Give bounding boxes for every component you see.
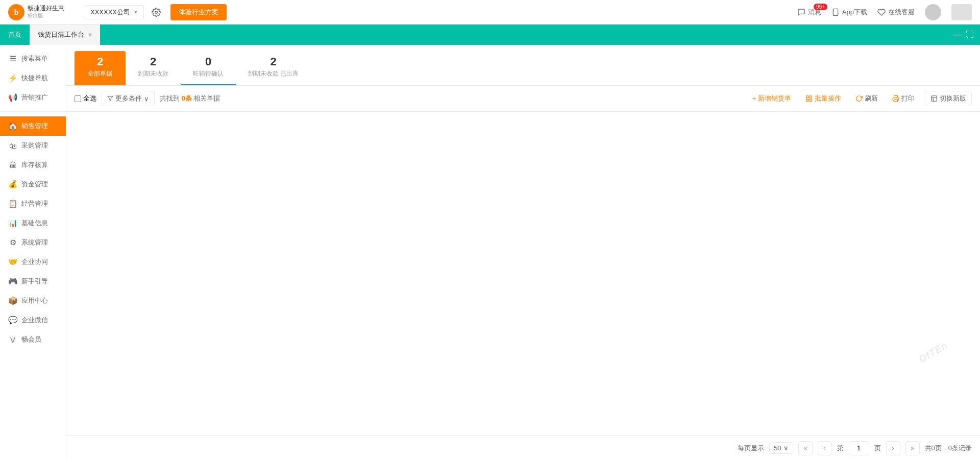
per-page-select[interactable]: 50 ∨ bbox=[769, 442, 793, 454]
message-button[interactable]: 消息 99+ bbox=[797, 8, 821, 17]
sidebar-operations-label: 经营管理 bbox=[21, 199, 48, 208]
sidebar-item-wechat[interactable]: 💬 企业微信 bbox=[0, 310, 66, 330]
operations-icon: 📋 bbox=[8, 199, 17, 208]
page-number-input[interactable] bbox=[849, 441, 869, 455]
per-page-value: 50 bbox=[774, 444, 781, 452]
filter-icon bbox=[107, 95, 113, 102]
sidebar-item-inventory[interactable]: 🏛 库存核算 bbox=[0, 155, 66, 175]
last-page-button[interactable]: » bbox=[905, 441, 920, 455]
page-suffix-label: 页 bbox=[874, 444, 881, 453]
batch-icon bbox=[805, 95, 813, 102]
enterprise-icon: 🤝 bbox=[8, 257, 17, 267]
sidebar-item-basic[interactable]: 📊 基础信息 bbox=[0, 213, 66, 233]
trial-button[interactable]: 体验行业方案 bbox=[170, 4, 227, 20]
next-page-button[interactable]: › bbox=[886, 441, 900, 455]
sidebar-item-appcenter[interactable]: 📦 应用中心 bbox=[0, 291, 66, 310]
sidebar-item-operations[interactable]: 📋 经营管理 bbox=[0, 194, 66, 213]
svg-rect-1 bbox=[833, 9, 838, 15]
overdue-out-count: 2 bbox=[271, 55, 277, 68]
filter-button[interactable]: 更多条件 ∨ bbox=[102, 91, 155, 106]
tab-bar-right: — ⛶ bbox=[953, 30, 980, 39]
app-download-button[interactable]: App下载 bbox=[831, 8, 867, 17]
stat-tab-overdue[interactable]: 2 到期未收款 bbox=[126, 51, 181, 85]
sidebar-member-label: 畅会员 bbox=[21, 335, 41, 344]
pending-label: 旺辅待确认 bbox=[193, 69, 224, 78]
svg-point-0 bbox=[155, 11, 158, 13]
batch-button[interactable]: 批量操作 bbox=[801, 91, 845, 106]
overdue-label: 到期未收款 bbox=[138, 69, 168, 78]
batch-label: 批量操作 bbox=[815, 94, 841, 103]
company-name: XXXXXX公司 bbox=[90, 8, 130, 17]
pending-count: 0 bbox=[205, 55, 211, 68]
stats-tabs: 2 全部单据 2 到期未收款 0 旺辅待确认 2 到期未收款 已出库 bbox=[66, 45, 980, 86]
company-selector[interactable]: XXXXXX公司 ▼ bbox=[85, 5, 144, 19]
select-all-checkbox[interactable]: 全选 bbox=[75, 94, 96, 103]
top-header: b 畅捷通好生意 标准版 XXXXXX公司 ▼ 体验行业方案 消息 99+ bbox=[0, 0, 980, 25]
sidebar-item-purchase[interactable]: 🛍 采购管理 bbox=[0, 136, 66, 155]
result-text: 共找到 0条 相关单据 bbox=[160, 94, 220, 103]
stat-tab-pending[interactable]: 0 旺辅待确认 bbox=[181, 51, 236, 85]
tab-maximize-icon[interactable]: ⛶ bbox=[966, 30, 974, 39]
sidebar-item-marketing[interactable]: 📢 营销推广 bbox=[0, 88, 66, 107]
capital-icon: 💰 bbox=[8, 180, 17, 189]
print-icon bbox=[892, 95, 899, 102]
avatar[interactable] bbox=[925, 4, 941, 20]
sidebar-search-label: 搜索菜单 bbox=[21, 54, 48, 63]
sidebar-appcenter-label: 应用中心 bbox=[21, 296, 48, 305]
toolbar: 全选 更多条件 ∨ 共找到 0条 相关单据 + 新增销货单 bbox=[66, 86, 980, 112]
tab-home[interactable]: 首页 bbox=[0, 25, 30, 45]
new-order-button[interactable]: + 新增销货单 bbox=[748, 91, 795, 106]
select-all-input[interactable] bbox=[75, 95, 81, 102]
result-count: 0条 bbox=[182, 94, 192, 102]
refresh-button[interactable]: 刷新 bbox=[851, 91, 882, 106]
stat-tab-overdue-out[interactable]: 2 到期未收款 已出库 bbox=[236, 51, 311, 85]
sidebar-purchase-label: 采购管理 bbox=[21, 141, 48, 150]
quick-nav-icon: ⚡ bbox=[8, 74, 17, 83]
settings-button[interactable] bbox=[148, 4, 164, 20]
sidebar-guide-label: 新手引导 bbox=[21, 277, 48, 286]
sidebar-item-sales[interactable]: 🏠 销售管理 bbox=[0, 116, 66, 136]
toolbar-right: + 新增销货单 批量操作 刷新 bbox=[748, 91, 972, 106]
page-prefix-label: 第 bbox=[837, 444, 844, 453]
prev-page-button[interactable]: ‹ bbox=[818, 441, 832, 455]
sales-icon: 🏠 bbox=[8, 122, 17, 131]
all-count: 2 bbox=[97, 55, 103, 68]
basic-icon: 📊 bbox=[8, 219, 17, 228]
total-records-label: 共0页，0条记录 bbox=[925, 444, 972, 453]
switch-icon bbox=[930, 95, 938, 102]
username-area bbox=[951, 4, 972, 20]
stat-tab-all[interactable]: 2 全部单据 bbox=[75, 51, 126, 85]
pagination-bar: 每页显示 50 ∨ « ‹ 第 页 › » 共0页，0条记录 bbox=[66, 435, 980, 460]
search-icon: ☰ bbox=[8, 54, 17, 63]
tab-minimize-icon[interactable]: — bbox=[953, 30, 962, 39]
logo-area: b 畅捷通好生意 标准版 bbox=[8, 4, 75, 20]
sidebar-item-capital[interactable]: 💰 资金管理 bbox=[0, 175, 66, 194]
switch-label: 切换新版 bbox=[940, 94, 966, 103]
sidebar-item-member[interactable]: V 畅会员 bbox=[0, 330, 66, 349]
per-page-label: 每页显示 bbox=[738, 444, 764, 453]
sidebar-marketing-label: 营销推广 bbox=[21, 93, 48, 102]
overdue-out-label: 到期未收款 已出库 bbox=[248, 69, 299, 78]
first-page-button[interactable]: « bbox=[798, 441, 813, 455]
sidebar-item-guide[interactable]: 🎮 新手引导 bbox=[0, 272, 66, 291]
sidebar-item-enterprise[interactable]: 🤝 企业协同 bbox=[0, 252, 66, 272]
sidebar-item-quick-nav[interactable]: ⚡ 快捷导航 bbox=[0, 68, 66, 88]
online-support-label: 在线客服 bbox=[888, 8, 915, 17]
sidebar-item-system[interactable]: ⚙ 系统管理 bbox=[0, 233, 66, 252]
svg-rect-10 bbox=[932, 96, 937, 102]
overdue-count: 2 bbox=[150, 55, 156, 68]
tab-close-icon[interactable]: × bbox=[88, 31, 92, 38]
app-download-label: App下载 bbox=[842, 8, 867, 17]
sidebar-item-search[interactable]: ☰ 搜索菜单 bbox=[0, 49, 66, 68]
purchase-icon: 🛍 bbox=[8, 141, 17, 150]
online-support-button[interactable]: 在线客服 bbox=[877, 8, 915, 17]
main-layout: ☰ 搜索菜单 ⚡ 快捷导航 📢 营销推广 🏠 销售管理 🛍 采购管理 🏛 库存核… bbox=[0, 45, 980, 460]
appcenter-icon: 📦 bbox=[8, 296, 17, 305]
sidebar-sales-label: 销售管理 bbox=[21, 122, 48, 131]
sidebar: ☰ 搜索菜单 ⚡ 快捷导航 📢 营销推广 🏠 销售管理 🛍 采购管理 🏛 库存核… bbox=[0, 45, 66, 460]
print-button[interactable]: 打印 bbox=[888, 91, 919, 106]
switch-version-button[interactable]: 切换新版 bbox=[925, 91, 972, 106]
refresh-label: 刷新 bbox=[865, 94, 878, 103]
tab-qianhuoriqing[interactable]: 钱货日清工作台 × bbox=[30, 25, 100, 45]
tab-home-label: 首页 bbox=[8, 30, 21, 39]
